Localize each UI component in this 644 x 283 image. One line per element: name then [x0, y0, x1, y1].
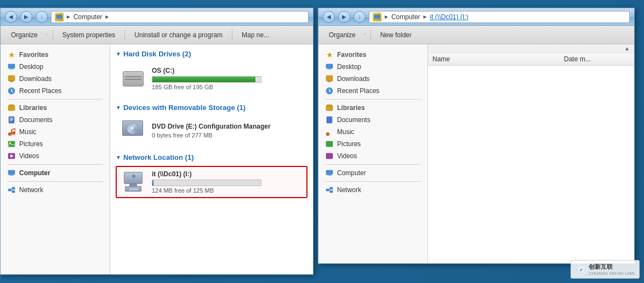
sidebar-item-documents-2[interactable]: Documents: [318, 114, 428, 126]
watermark-cn: 创新互联: [589, 263, 635, 271]
drive-i-info: it (\\Dc01) (I:) 124 MB free of 125 MB: [152, 170, 302, 194]
documents-label-2: Documents: [337, 116, 371, 124]
svg-line-52: [329, 190, 330, 192]
up-button-2[interactable]: ↓: [354, 11, 366, 23]
forward-button-2[interactable]: ▶: [338, 11, 350, 23]
drive-network-i[interactable]: it (\\Dc01) (I:) 124 MB free of 125 MB: [116, 166, 307, 198]
pictures-label-1: Pictures: [19, 140, 43, 148]
back-button-2[interactable]: ◀: [323, 11, 335, 23]
sidebar-item-pictures-1[interactable]: Pictures: [1, 138, 110, 150]
system-properties-btn[interactable]: System properties: [56, 28, 122, 42]
sidebar-item-network-1[interactable]: Network: [1, 184, 110, 196]
svg-rect-33: [326, 64, 333, 68]
sidebar-item-music-1[interactable]: Music: [1, 126, 110, 138]
sidebar-item-downloads-2[interactable]: Downloads: [318, 73, 428, 85]
drive-c[interactable]: OS (C:) 185 GB free of 195 GB: [116, 62, 307, 95]
videos-icon-1: [7, 152, 16, 160]
sidebar-item-videos-2[interactable]: Videos: [318, 150, 428, 162]
up-button[interactable]: ↓: [36, 11, 48, 23]
col-name-header[interactable]: Name: [432, 55, 564, 63]
breadcrumb-arrow-2: ►: [105, 14, 110, 20]
sidebar-item-music-2[interactable]: Music: [318, 126, 428, 138]
star-icon-2: ★: [325, 50, 334, 59]
watermark: ✓ 创新互联 CHUANG XIN HU LIAN: [571, 260, 640, 279]
svg-rect-26: [8, 189, 11, 191]
drive-c-info: OS (C:) 185 GB free of 195 GB: [152, 67, 302, 90]
svg-rect-37: [328, 81, 331, 82]
divider-1: [7, 99, 103, 100]
forward-button[interactable]: ▶: [20, 11, 32, 23]
drive-dvd-free: 0 bytes free of 277 MB: [152, 132, 302, 138]
col-date-header[interactable]: Date m...: [564, 55, 630, 63]
organize-btn-2[interactable]: Organize: [323, 28, 362, 42]
breadcrumb-arrow-1: ►: [66, 14, 71, 20]
sidebar-item-desktop-2[interactable]: Desktop: [318, 61, 428, 73]
new-folder-btn[interactable]: New folder: [374, 28, 418, 42]
organize-btn-1[interactable]: Organize: [5, 28, 44, 42]
back-button[interactable]: ◀: [5, 11, 17, 23]
libraries-section-2: Libraries Documents Music: [318, 102, 428, 162]
watermark-text: 创新互联 CHUANG XIN HU LIAN: [589, 263, 635, 276]
sidebar-item-pictures-2[interactable]: Pictures: [318, 138, 428, 150]
map-network-btn[interactable]: Map ne...: [236, 28, 275, 42]
empty-content-area: [428, 66, 634, 263]
drive-i-progress: [152, 180, 261, 186]
music-icon-1: [7, 128, 16, 136]
address-bar-1[interactable]: ► Computer ►: [51, 11, 309, 23]
divider-2: [7, 164, 103, 165]
svg-rect-0: [56, 15, 62, 19]
svg-rect-34: [328, 68, 331, 69]
sidebar-item-network-2[interactable]: Network: [318, 184, 428, 196]
toolbar-sep-1: [53, 30, 53, 41]
computer-label-1: Computer: [19, 169, 50, 177]
desktop-icon-2: [325, 62, 334, 71]
drive-dvd-name: DVD Drive (E:) Configuration Manager: [152, 123, 302, 130]
network-icon-1: [7, 186, 16, 194]
svg-rect-49: [330, 187, 333, 189]
drive-dvd[interactable]: DVD Drive (E:) Configuration Manager 0 b…: [116, 116, 307, 145]
window-network-drive: ◀ ▶ ↓ ► Computer ► it (\\Dc01) (I:) Orga…: [318, 8, 635, 264]
address-bar-2[interactable]: ► Computer ► it (\\Dc01) (I:): [369, 11, 630, 23]
toolbar-2: Organize ▼ New folder: [318, 26, 634, 44]
computer-sidebar-icon-1: [7, 169, 16, 177]
sidebar-item-recent-1[interactable]: Recent Places: [1, 85, 110, 97]
content-2: ★ Favorites Desktop Downloads: [318, 44, 634, 263]
pictures-icon-2: [325, 140, 334, 148]
sidebar-item-computer-1[interactable]: Computer: [1, 167, 110, 179]
music-icon-2: [325, 128, 334, 136]
removable-section-title: ▼ Devices with Removable Storage (1): [116, 103, 307, 112]
sidebar-item-recent-2[interactable]: Recent Places: [318, 85, 428, 97]
uninstall-btn[interactable]: Uninstall or change a program: [128, 28, 229, 42]
sidebar-item-desktop-1[interactable]: Desktop: [1, 61, 110, 73]
network-icon-2: [325, 186, 334, 194]
svg-rect-19: [8, 141, 15, 147]
videos-label-2: Videos: [337, 152, 357, 160]
svg-rect-8: [8, 106, 15, 111]
sidebar-libraries-header-2: Libraries: [318, 102, 428, 114]
toolbar-sep-3: [232, 30, 232, 41]
sidebar-favorites-header-2: ★ Favorites: [318, 49, 428, 61]
svg-rect-39: [326, 106, 333, 111]
watermark-en: CHUANG XIN HU LIAN: [589, 271, 635, 276]
svg-rect-50: [330, 190, 333, 193]
sidebar-item-videos-1[interactable]: Videos: [1, 150, 110, 162]
breadcrumb-computer[interactable]: Computer: [73, 13, 102, 21]
sidebar-item-downloads-1[interactable]: Downloads: [1, 73, 110, 85]
breadcrumb-arrow-4: ►: [423, 14, 428, 20]
column-headers: Name Date m...: [428, 53, 634, 66]
svg-rect-35: [327, 69, 332, 70]
sidebar-item-computer-2[interactable]: Computer: [318, 167, 428, 179]
drive-i-free: 124 MB free of 125 MB: [152, 187, 302, 194]
drive-dvd-info: DVD Drive (E:) Configuration Manager 0 b…: [152, 123, 302, 138]
hdd-section-title: ▼ Hard Disk Drives (2): [116, 50, 307, 58]
pictures-icon-1: [7, 140, 16, 148]
network-section-title: ▼ Network Location (1): [116, 153, 307, 161]
svg-rect-1: [58, 19, 61, 20]
svg-rect-9: [9, 105, 14, 106]
drive-i-name: it (\\Dc01) (I:): [152, 170, 302, 178]
libraries-label-1[interactable]: Libraries: [19, 104, 47, 112]
videos-icon-2: [325, 152, 334, 160]
libraries-label-2[interactable]: Libraries: [337, 104, 365, 112]
sidebar-item-documents-1[interactable]: Documents: [1, 114, 110, 126]
drive-c-free: 185 GB free of 195 GB: [152, 84, 302, 90]
